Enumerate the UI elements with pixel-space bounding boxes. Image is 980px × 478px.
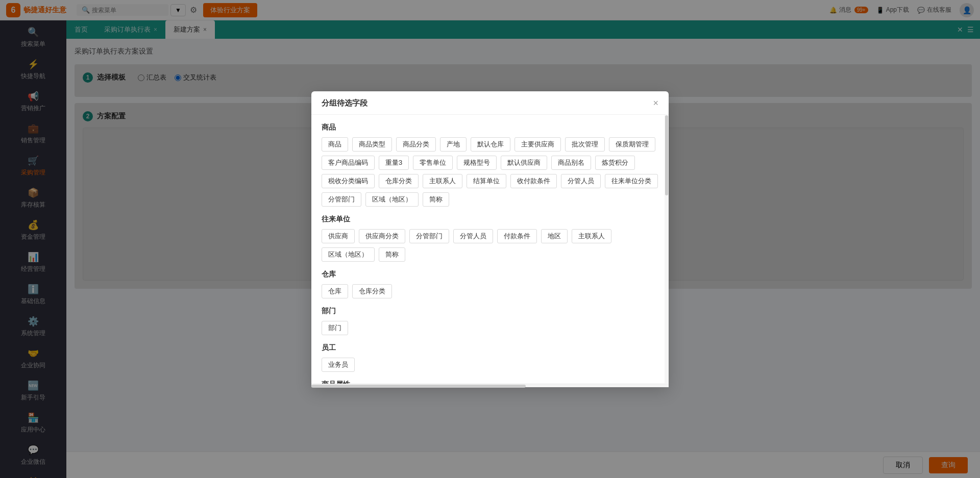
chip-goods-7[interactable]: 保质期管理: [609, 137, 655, 152]
chip-partner-0[interactable]: 供应商: [322, 229, 355, 243]
chip-goods-5[interactable]: 主要供应商: [514, 137, 561, 152]
field-chips-warehouse: 仓库 仓库分类: [322, 284, 658, 298]
chip-goods-1[interactable]: 商品类型: [352, 137, 392, 152]
chip-goods-10[interactable]: 零售单位: [413, 156, 453, 170]
chip-goods-18[interactable]: 结算单位: [467, 174, 506, 188]
chip-goods-6[interactable]: 批次管理: [565, 137, 605, 152]
field-group-goods: 商品 商品 商品类型 商品分类 产地 默认仓库 主要供应商 批次管理 保质期管理…: [322, 123, 658, 207]
chip-partner-1[interactable]: 供应商分类: [359, 229, 405, 243]
chip-goods-12[interactable]: 默认供应商: [501, 156, 547, 170]
modal: 分组待选字段 × 商品 商品 商品类型 商品分类 产地 默认仓库 主要供应商 批…: [311, 91, 669, 387]
chip-goods-8[interactable]: 客户商品编码: [322, 156, 375, 170]
modal-h-scrollbar-thumb: [311, 385, 526, 388]
modal-header: 分组待选字段 ×: [311, 91, 669, 115]
field-group-staff: 员工 业务员: [322, 343, 658, 372]
modal-h-scrollbar[interactable]: [311, 384, 669, 387]
modal-close-button[interactable]: ×: [653, 98, 658, 108]
chip-dept-0[interactable]: 部门: [322, 321, 348, 335]
field-group-product-attr-title: 商品属性: [322, 380, 658, 384]
chip-goods-11[interactable]: 规格型号: [457, 156, 497, 170]
chip-goods-19[interactable]: 收付款条件: [510, 174, 557, 188]
modal-overlay: 分组待选字段 × 商品 商品 商品类型 商品分类 产地 默认仓库 主要供应商 批…: [0, 0, 980, 478]
chip-warehouse-0[interactable]: 仓库: [322, 284, 348, 298]
field-group-partner: 往来单位 供应商 供应商分类 分管部门 分管人员 付款条件 地区 主联系人 区域…: [322, 215, 658, 262]
chip-goods-21[interactable]: 往来单位分类: [605, 174, 658, 188]
modal-v-scrollbar[interactable]: [665, 115, 669, 383]
chip-partner-7[interactable]: 区域（地区）: [322, 247, 375, 262]
chip-goods-22[interactable]: 分管部门: [322, 192, 361, 207]
modal-body: 商品 商品 商品类型 商品分类 产地 默认仓库 主要供应商 批次管理 保质期管理…: [311, 115, 669, 384]
chip-partner-5[interactable]: 地区: [541, 229, 568, 243]
chip-partner-3[interactable]: 分管人员: [453, 229, 493, 243]
modal-title: 分组待选字段: [322, 98, 368, 108]
chip-partner-4[interactable]: 付款条件: [497, 229, 537, 243]
chip-goods-9[interactable]: 重量3: [379, 156, 409, 170]
chip-partner-2[interactable]: 分管部门: [409, 229, 449, 243]
chip-goods-20[interactable]: 分管人员: [561, 174, 601, 188]
chip-goods-16[interactable]: 仓库分类: [379, 174, 419, 188]
field-group-dept: 部门 部门: [322, 307, 658, 335]
field-chips-goods: 商品 商品类型 商品分类 产地 默认仓库 主要供应商 批次管理 保质期管理 客户…: [322, 137, 658, 207]
chip-partner-8[interactable]: 简称: [379, 247, 405, 262]
field-group-warehouse: 仓库 仓库 仓库分类: [322, 270, 658, 298]
field-chips-dept: 部门: [322, 321, 658, 335]
chip-goods-0[interactable]: 商品: [322, 137, 348, 152]
modal-v-scrollbar-thumb: [665, 115, 668, 196]
chip-goods-17[interactable]: 主联系人: [423, 174, 462, 188]
chip-goods-3[interactable]: 产地: [440, 137, 467, 152]
chip-goods-24[interactable]: 简称: [423, 192, 449, 207]
chip-staff-0[interactable]: 业务员: [322, 358, 355, 372]
chip-goods-4[interactable]: 默认仓库: [471, 137, 510, 152]
field-chips-partner: 供应商 供应商分类 分管部门 分管人员 付款条件 地区 主联系人 区域（地区） …: [322, 229, 658, 262]
field-group-dept-title: 部门: [322, 307, 658, 316]
field-group-product-attr: 商品属性 属性 颜色 多规格 尺码 鞋码 1: [322, 380, 658, 384]
field-group-partner-title: 往来单位: [322, 215, 658, 224]
chip-goods-2[interactable]: 商品分类: [396, 137, 436, 152]
field-chips-staff: 业务员: [322, 358, 658, 372]
chip-goods-23[interactable]: 区域（地区）: [365, 192, 419, 207]
field-group-warehouse-title: 仓库: [322, 270, 658, 279]
chip-warehouse-1[interactable]: 仓库分类: [352, 284, 392, 298]
field-group-staff-title: 员工: [322, 343, 658, 353]
chip-partner-6[interactable]: 主联系人: [572, 229, 611, 243]
chip-goods-15[interactable]: 税收分类编码: [322, 174, 375, 188]
chip-goods-13[interactable]: 商品别名: [551, 156, 591, 170]
chip-goods-14[interactable]: 炼货积分: [595, 156, 635, 170]
field-group-goods-title: 商品: [322, 123, 658, 132]
